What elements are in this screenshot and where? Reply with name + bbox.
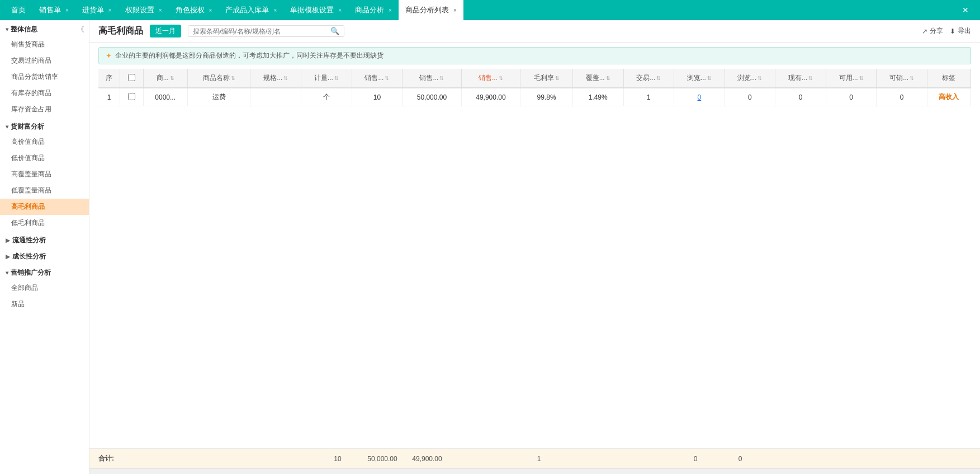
cell-spec [250,88,301,106]
footer-cell-qty: 10 [315,455,360,463]
sidebar: 《 ▾ 整体信息 销售货商品 交易过的商品 商品分货助销率 有库存的商品 库存资… [0,20,89,474]
nav-product-storage[interactable]: 产成品入库单 × [219,0,283,20]
footer-totals: 合计: 10 50,000.00 49,900.00 1 0 0 [89,448,980,468]
footer-cell-available: 0 [673,455,718,463]
col-current-stock[interactable]: 现有...⇅ [775,69,826,88]
sidebar-collapse-button[interactable]: 《 [77,25,84,35]
sidebar-item-inventory-capital[interactable]: 库存资金占用 [0,101,89,118]
sort-icon[interactable]: ⇅ [283,76,288,81]
info-text: 企业的主要的利润都是这部分商品创造的，可考虑加大推广，同时关注库存是不要出现缺货 [115,51,384,60]
close-icon[interactable]: × [209,7,212,13]
time-filter-button[interactable]: 近一月 [150,25,181,37]
sort-icon[interactable]: ⇅ [859,76,864,81]
sidebar-group-overall[interactable]: ▾ 整体信息 [0,20,89,36]
horizontal-scrollbar[interactable] [89,468,980,474]
sidebar-item-high-margin[interactable]: 高毛利商品 [0,199,89,215]
sort-icon[interactable]: ⇅ [385,76,389,81]
search-icon[interactable]: 🔍 [330,27,339,35]
sidebar-group-growth[interactable]: ▶ 成长性分析 [0,247,89,264]
sidebar-item-high-coverage[interactable]: 高覆盖量商品 [0,166,89,182]
col-sales-qty[interactable]: 销售...⇅ [352,69,403,88]
sidebar-group-marketing[interactable]: ▾ 营销推广分析 [0,264,89,280]
col-browse2[interactable]: 浏览...⇅ [725,69,775,88]
col-name[interactable]: 商品名称⇅ [187,69,250,88]
sidebar-item-stocked-goods[interactable]: 有库存的商品 [0,85,89,101]
share-button[interactable]: ↗ 分享 [922,26,943,36]
col-transaction[interactable]: 交易...⇅ [623,69,674,88]
sidebar-item-low-value[interactable]: 低价值商品 [0,150,89,166]
col-sales-profit[interactable]: 销售...⇅ [461,69,520,88]
close-icon[interactable]: × [338,7,342,13]
sidebar-item-goods-assist-rate[interactable]: 商品分货助销率 [0,69,89,85]
cell-browse2: 0 [725,88,775,106]
sidebar-group-liquidity[interactable]: ▶ 流通性分析 [0,231,89,247]
nav-product-analysis-list[interactable]: 商品分析列表 × [399,0,463,20]
sidebar-item-traded-goods[interactable]: 交易过的商品 [0,53,89,69]
col-saleable[interactable]: 可销...⇅ [877,69,927,88]
sort-icon[interactable]: ⇅ [170,76,174,81]
sort-icon[interactable]: ⇅ [334,76,339,81]
close-icon[interactable]: × [389,7,392,13]
nav-permission[interactable]: 权限设置 × [119,0,169,20]
sort-icon[interactable]: ⇅ [606,76,610,81]
col-gross-margin[interactable]: 毛利率⇅ [520,69,573,88]
col-checkbox [120,69,143,88]
sort-icon[interactable]: ⇅ [439,76,444,81]
select-all-checkbox[interactable] [128,74,135,81]
data-table: 序 商...⇅ 商品名称⇅ 规格...⇅ 计量...⇅ 销售...⇅ 销售...… [98,69,971,106]
footer-cell-saleable: 0 [718,455,763,463]
row-checkbox[interactable] [128,93,135,100]
footer-cell-transaction: 1 [517,455,561,463]
cell-checkbox[interactable] [120,88,143,106]
sort-icon[interactable]: ⇅ [758,76,762,81]
cell-transaction: 1 [623,88,674,106]
sort-icon[interactable]: ⇅ [707,76,712,81]
sort-icon[interactable]: ⇅ [808,76,813,81]
cell-sales-qty: 10 [352,88,403,106]
search-input[interactable] [193,27,328,35]
cell-unit: 个 [301,88,352,106]
nav-purchase-order[interactable]: 进货单 × [75,0,119,20]
col-unit[interactable]: 计量...⇅ [301,69,352,88]
window-close-button[interactable]: ✕ [955,6,976,15]
sidebar-item-low-coverage[interactable]: 低覆盖量商品 [0,182,89,199]
cell-saleable: 0 [877,88,927,106]
content-area: 高毛利商品 近一月 🔍 ↗ 分享 ⬇ 导出 ✦ 企业的主要的利润都是这部分商品创… [89,20,980,474]
sort-icon[interactable]: ⇅ [499,76,503,81]
cell-browse1[interactable]: 0 [674,88,725,106]
sidebar-item-sales-goods[interactable]: 销售货商品 [0,36,89,53]
sort-icon[interactable]: ⇅ [555,76,560,81]
top-navigation: 首页 销售单 × 进货单 × 权限设置 × 角色授权 × 产成品入库单 × 单据… [0,0,980,20]
page-title: 高毛利商品 [98,25,143,37]
cell-available: 0 [826,88,877,106]
nav-sales-order[interactable]: 销售单 × [32,0,75,20]
col-code[interactable]: 商...⇅ [143,69,187,88]
sidebar-group-wealth[interactable]: ▾ 货财富分析 [0,118,89,134]
footer-cell-amt: 50,000.00 [360,455,405,463]
sidebar-item-low-margin[interactable]: 低毛利商品 [0,215,89,231]
nav-home[interactable]: 首页 [4,0,32,20]
close-icon[interactable]: × [453,7,457,13]
info-icon: ✦ [106,51,112,60]
sort-icon[interactable]: ⇅ [910,76,914,81]
close-icon[interactable]: × [159,7,162,13]
nav-role[interactable]: 角色授权 × [169,0,219,20]
cell-name: 运费 [187,88,250,106]
close-icon[interactable]: × [108,7,112,13]
cell-sales-amt: 50,000.00 [403,88,461,106]
close-icon[interactable]: × [273,7,277,13]
col-sales-amt[interactable]: 销售...⇅ [403,69,461,88]
nav-product-analysis[interactable]: 商品分析 × [348,0,399,20]
sort-icon[interactable]: ⇅ [231,76,235,81]
nav-template[interactable]: 单据模板设置 × [283,0,348,20]
col-browse1[interactable]: 浏览...⇅ [674,69,725,88]
sort-icon[interactable]: ⇅ [656,76,661,81]
col-coverage[interactable]: 覆盖...⇅ [572,69,623,88]
sidebar-item-new-goods[interactable]: 新品 [0,296,89,312]
col-available[interactable]: 可用...⇅ [826,69,877,88]
col-spec[interactable]: 规格...⇅ [250,69,301,88]
sidebar-item-all-goods[interactable]: 全部商品 [0,280,89,296]
export-button[interactable]: ⬇ 导出 [950,26,971,36]
sidebar-item-high-value[interactable]: 高价值商品 [0,134,89,150]
close-icon[interactable]: × [65,7,69,13]
